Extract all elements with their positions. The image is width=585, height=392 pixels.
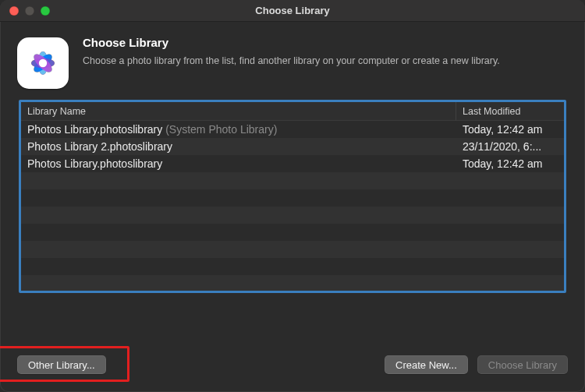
cell-library-name: Photos Library 2.photoslibrary bbox=[21, 140, 456, 153]
titlebar[interactable]: Choose Library bbox=[0, 0, 585, 22]
cell-library-name: Photos Library.photoslibrary bbox=[21, 157, 456, 170]
table-row[interactable]: Photos Library.photoslibrary (System Pho… bbox=[21, 121, 564, 138]
table-row-empty bbox=[21, 275, 564, 291]
other-library-button[interactable]: Other Library... bbox=[17, 355, 106, 374]
library-list-body[interactable]: Photos Library.photoslibrary (System Pho… bbox=[21, 121, 564, 291]
dialog-heading: Choose Library bbox=[83, 36, 500, 49]
table-row-empty bbox=[21, 172, 564, 189]
library-list-header[interactable]: Library Name Last Modified bbox=[21, 102, 564, 121]
cell-last-modified: Today, 12:42 am bbox=[456, 157, 564, 170]
choose-library-window: Choose Library bbox=[0, 0, 585, 392]
content-area: Choose Library Choose a photo library fr… bbox=[0, 22, 585, 337]
dialog-header: Choose Library Choose a photo library fr… bbox=[17, 36, 568, 89]
cell-last-modified: Today, 12:42 am bbox=[456, 123, 564, 136]
svg-point-8 bbox=[39, 59, 47, 67]
table-row-empty bbox=[21, 241, 564, 258]
table-row-empty bbox=[21, 224, 564, 241]
table-row-empty bbox=[21, 207, 564, 224]
table-row-empty bbox=[21, 189, 564, 207]
create-new-button[interactable]: Create New... bbox=[385, 355, 468, 374]
table-row-empty bbox=[21, 258, 564, 275]
dialog-header-text: Choose Library Choose a photo library fr… bbox=[83, 36, 500, 89]
window-title: Choose Library bbox=[0, 5, 585, 16]
library-list[interactable]: Library Name Last Modified Photos Librar… bbox=[19, 100, 566, 293]
column-header-name[interactable]: Library Name bbox=[21, 102, 456, 121]
table-row[interactable]: Photos Library 2.photoslibrary23/11/2020… bbox=[21, 138, 564, 155]
cell-last-modified: 23/11/2020, 6:... bbox=[456, 140, 564, 153]
photos-app-icon bbox=[17, 37, 69, 89]
dialog-footer: Other Library... Create New... Choose Li… bbox=[0, 337, 585, 392]
dialog-description: Choose a photo library from the list, fi… bbox=[83, 54, 500, 68]
cell-library-name: Photos Library.photoslibrary (System Pho… bbox=[21, 123, 456, 136]
column-header-modified[interactable]: Last Modified bbox=[456, 102, 564, 121]
choose-library-button: Choose Library bbox=[477, 355, 568, 374]
library-suffix-label: (System Photo Library) bbox=[165, 123, 277, 136]
table-row[interactable]: Photos Library.photoslibraryToday, 12:42… bbox=[21, 155, 564, 172]
